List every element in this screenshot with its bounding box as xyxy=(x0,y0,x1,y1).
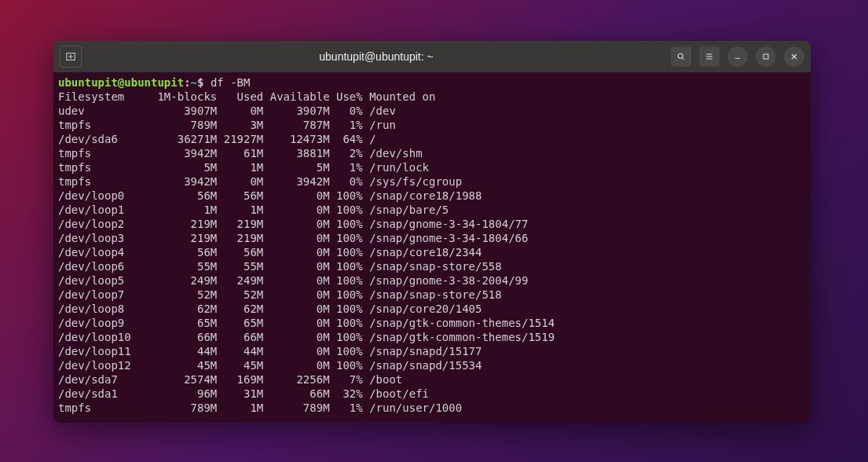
search-button[interactable] xyxy=(671,46,691,67)
minimize-icon xyxy=(733,52,742,61)
svg-point-3 xyxy=(678,53,683,58)
new-tab-icon xyxy=(65,51,76,62)
window-title: ubuntupit@ubuntupit: ~ xyxy=(88,50,665,63)
svg-rect-9 xyxy=(764,54,768,59)
new-tab-button[interactable] xyxy=(60,46,82,68)
df-output: Filesystem 1M-blocks Used Available Use%… xyxy=(58,90,555,414)
hamburger-icon xyxy=(705,52,714,61)
maximize-icon xyxy=(761,52,771,61)
prompt-user: ubuntupit@ubuntupit xyxy=(58,76,184,89)
prompt-dollar: $ xyxy=(197,76,203,89)
prompt-path: ~ xyxy=(191,76,197,89)
prompt-command: df -BM xyxy=(211,76,251,89)
search-icon xyxy=(676,52,686,61)
terminal-content[interactable]: ubuntupit@ubuntupit:~$ df -BM Filesystem… xyxy=(53,72,811,423)
close-icon xyxy=(789,52,799,61)
titlebar: ubuntupit@ubuntupit: ~ xyxy=(53,41,811,72)
window-controls xyxy=(671,46,804,67)
maximize-button[interactable] xyxy=(756,46,776,67)
terminal-output: ubuntupit@ubuntupit:~$ df -BM Filesystem… xyxy=(58,75,806,415)
terminal-window: ubuntupit@ubuntupit: ~ ubuntupit@ubuntup… xyxy=(53,41,811,423)
minimize-button[interactable] xyxy=(727,46,748,67)
menu-button[interactable] xyxy=(699,46,720,67)
close-button[interactable] xyxy=(784,46,804,67)
prompt-colon: : xyxy=(184,76,190,89)
svg-line-4 xyxy=(683,58,684,60)
